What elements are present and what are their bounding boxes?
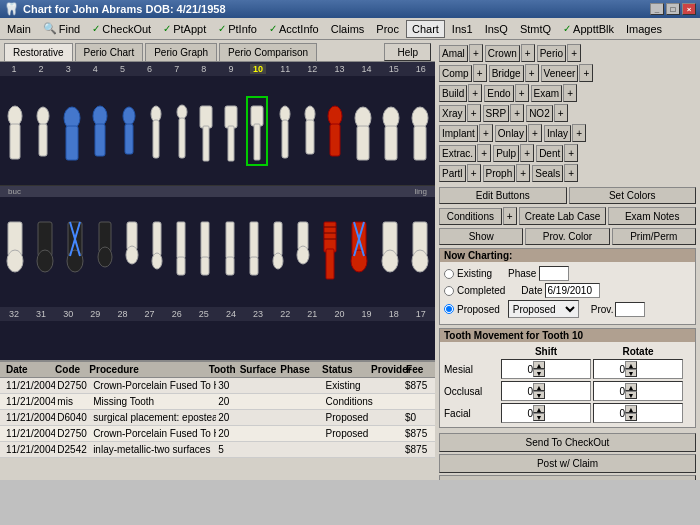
- amal-button[interactable]: Amal: [439, 45, 468, 62]
- tooth-6[interactable]: [146, 96, 166, 166]
- occlusal-rotate-down[interactable]: ▼: [625, 391, 637, 399]
- proph-plus[interactable]: +: [516, 164, 530, 182]
- tooth-7[interactable]: [173, 96, 191, 166]
- tooth-12[interactable]: [301, 96, 319, 166]
- perio-button[interactable]: Perio: [537, 45, 566, 62]
- extrac-button[interactable]: Extrac.: [439, 145, 476, 162]
- tooth-22[interactable]: [270, 217, 286, 287]
- tab-perio-graph[interactable]: Perio Graph: [145, 43, 217, 61]
- occlusal-shift-down[interactable]: ▼: [533, 391, 545, 399]
- endo-plus[interactable]: +: [515, 84, 529, 102]
- extrac-plus[interactable]: +: [477, 144, 491, 162]
- menu-claims[interactable]: Claims: [326, 21, 370, 37]
- mesial-shift-up[interactable]: ▲: [533, 361, 545, 369]
- tooth-30[interactable]: [64, 217, 86, 287]
- phase-input[interactable]: [539, 266, 569, 281]
- prov-input[interactable]: [615, 302, 645, 317]
- tooth-24[interactable]: [222, 217, 238, 287]
- mesial-rotate-down[interactable]: ▼: [625, 369, 637, 377]
- minimize-button[interactable]: _: [650, 3, 664, 15]
- table-row[interactable]: 11/21/2004 D2750 Crown-Porcelain Fused T…: [0, 378, 435, 394]
- crown-button[interactable]: Crown: [485, 45, 520, 62]
- completed-radio[interactable]: [444, 286, 454, 296]
- proposed-radio[interactable]: [444, 304, 454, 314]
- tooth-4[interactable]: [89, 96, 111, 166]
- mesial-shift-down[interactable]: ▼: [533, 369, 545, 377]
- tooth-num-29[interactable]: 29: [87, 309, 103, 319]
- help-button[interactable]: Help: [384, 43, 431, 61]
- occlusal-rotate-input[interactable]: [595, 386, 625, 397]
- menu-main[interactable]: Main: [2, 21, 36, 37]
- tooth-num-30[interactable]: 30: [60, 309, 76, 319]
- seals-button[interactable]: Seals: [532, 165, 563, 182]
- tooth-26[interactable]: [173, 217, 189, 287]
- close-button[interactable]: ×: [682, 3, 696, 15]
- tooth-num-10[interactable]: 10: [250, 64, 266, 74]
- pulp-plus[interactable]: +: [520, 144, 534, 162]
- tab-perio-chart[interactable]: Perio Chart: [75, 43, 144, 61]
- occlusal-shift-up[interactable]: ▲: [533, 383, 545, 391]
- occlusal-rotate-up[interactable]: ▲: [625, 383, 637, 391]
- conditions-button[interactable]: Conditions: [439, 208, 502, 225]
- menu-ptappt[interactable]: ✓ PtAppt: [158, 21, 211, 37]
- menu-checkout[interactable]: ✓ CheckOut: [87, 21, 156, 37]
- tooth-num-4[interactable]: 4: [87, 64, 103, 74]
- tooth-num-9[interactable]: 9: [223, 64, 239, 74]
- tooth-num-3[interactable]: 3: [60, 64, 76, 74]
- date-input[interactable]: [545, 283, 600, 298]
- menu-acctinfo[interactable]: ✓ AcctInfo: [264, 21, 324, 37]
- tooth-16[interactable]: [409, 96, 431, 166]
- crown-plus[interactable]: +: [521, 44, 535, 62]
- menu-insq[interactable]: InsQ: [480, 21, 513, 37]
- table-row[interactable]: 11/21/2004 mis Missing Tooth 20 Conditio…: [0, 394, 435, 410]
- tooth-num-17[interactable]: 17: [413, 309, 429, 319]
- tooth-5[interactable]: [118, 96, 140, 166]
- tooth-9[interactable]: [222, 96, 240, 166]
- tooth-num-18[interactable]: 18: [386, 309, 402, 319]
- inlay-plus[interactable]: +: [572, 124, 586, 142]
- send-to-checkout-button[interactable]: Send To CheckOut: [439, 433, 696, 452]
- facial-shift-input[interactable]: [503, 408, 533, 419]
- tooth-29[interactable]: [95, 217, 115, 287]
- mesial-shift-input[interactable]: [503, 364, 533, 375]
- print-chart-button[interactable]: Print Chart: [439, 475, 696, 480]
- menu-images[interactable]: Images: [621, 21, 667, 37]
- partl-plus[interactable]: +: [467, 164, 481, 182]
- menu-find[interactable]: 🔍 Find: [38, 20, 85, 37]
- tooth-3[interactable]: [61, 96, 83, 166]
- tooth-num-25[interactable]: 25: [196, 309, 212, 319]
- exam-plus[interactable]: +: [563, 84, 577, 102]
- maximize-button[interactable]: □: [666, 3, 680, 15]
- tooth-num-31[interactable]: 31: [33, 309, 49, 319]
- tooth-num-16[interactable]: 16: [413, 64, 429, 74]
- tooth-2[interactable]: [32, 96, 54, 166]
- tooth-20[interactable]: [320, 217, 340, 287]
- prim-perm-button[interactable]: Prim/Perm: [612, 228, 696, 245]
- onlay-plus[interactable]: +: [528, 124, 542, 142]
- tooth-23[interactable]: [246, 217, 262, 287]
- tooth-num-13[interactable]: 13: [332, 64, 348, 74]
- tooth-27[interactable]: [149, 217, 165, 287]
- partl-button[interactable]: Partl: [439, 165, 466, 182]
- table-row[interactable]: 11/21/2004 D2750 Crown-Porcelain Fused T…: [0, 426, 435, 442]
- dent-plus[interactable]: +: [564, 144, 578, 162]
- tooth-21[interactable]: [294, 217, 312, 287]
- dent-button[interactable]: Dent: [536, 145, 563, 162]
- post-with-claim-button[interactable]: Post w/ Claim: [439, 454, 696, 473]
- seals-plus[interactable]: +: [564, 164, 578, 182]
- mesial-rotate-up[interactable]: ▲: [625, 361, 637, 369]
- facial-rotate-down[interactable]: ▼: [625, 413, 637, 421]
- tooth-14[interactable]: [352, 96, 374, 166]
- comp-button[interactable]: Comp: [439, 65, 472, 82]
- tooth-num-24[interactable]: 24: [223, 309, 239, 319]
- facial-rotate-input[interactable]: [595, 408, 625, 419]
- proph-button[interactable]: Proph: [483, 165, 516, 182]
- build-button[interactable]: Build: [439, 85, 467, 102]
- tooth-num-7[interactable]: 7: [169, 64, 185, 74]
- create-lab-case-button[interactable]: Create Lab Case: [519, 207, 607, 225]
- tooth-num-12[interactable]: 12: [304, 64, 320, 74]
- menu-ptinfo[interactable]: ✓ PtInfo: [213, 21, 262, 37]
- tooth-17[interactable]: [409, 217, 431, 287]
- table-row[interactable]: 11/21/2004 D2542 inlay-metallic-two surf…: [0, 442, 435, 458]
- pulp-button[interactable]: Pulp: [493, 145, 519, 162]
